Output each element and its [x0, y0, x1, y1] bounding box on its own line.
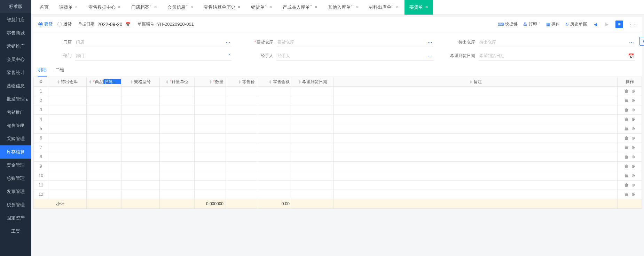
cell[interactable]: [195, 96, 226, 105]
sidebar-item-wholesale[interactable]: 批发管理▲: [0, 93, 31, 106]
cell[interactable]: [87, 134, 121, 143]
tab-零售结算单历史[interactable]: 零售结算单历史✕: [199, 0, 245, 15]
cell[interactable]: [48, 171, 87, 181]
cell[interactable]: [226, 96, 257, 105]
cell[interactable]: [160, 152, 195, 162]
cell[interactable]: [195, 134, 226, 143]
table-row[interactable]: 12🗑⊕: [34, 190, 642, 199]
cell[interactable]: [121, 105, 160, 115]
cell[interactable]: [160, 134, 195, 143]
cell[interactable]: [160, 87, 195, 96]
tab-detail[interactable]: 明细: [38, 67, 47, 77]
cell[interactable]: [87, 115, 121, 124]
print-button[interactable]: 🖶打印 ˅: [523, 21, 541, 27]
close-icon[interactable]: ✕: [118, 5, 121, 9]
cell[interactable]: [48, 96, 87, 105]
col-qty[interactable]: ▲▼*数量: [195, 77, 226, 87]
gear-icon[interactable]: ⚙: [39, 79, 43, 84]
prev-doc-button[interactable]: ◀: [592, 22, 598, 27]
delete-row-icon[interactable]: 🗑: [625, 183, 629, 187]
delete-row-icon[interactable]: 🗑: [625, 173, 629, 178]
cell[interactable]: [160, 162, 195, 171]
cell[interactable]: [257, 143, 292, 152]
expect-date-input[interactable]: [479, 51, 635, 61]
cell[interactable]: [334, 96, 618, 105]
cell[interactable]: [334, 181, 618, 190]
chevron-down-icon[interactable]: ˅: [228, 53, 231, 59]
sidebar-item-assets[interactable]: 固定资产: [0, 211, 31, 225]
cell[interactable]: [226, 124, 257, 134]
add-row-icon[interactable]: ⊕: [631, 126, 635, 131]
cell[interactable]: [160, 96, 195, 105]
close-icon[interactable]: ✕: [425, 5, 428, 9]
cell[interactable]: [48, 143, 87, 152]
close-icon[interactable]: ✕: [355, 5, 358, 9]
col-amount[interactable]: ▲▼零售金额: [257, 77, 292, 87]
cell[interactable]: [121, 152, 160, 162]
add-row-icon[interactable]: ⊕: [631, 117, 635, 122]
sidebar-item-marketing-2[interactable]: 营销推广: [0, 106, 31, 119]
cell[interactable]: [334, 124, 618, 134]
cell[interactable]: [160, 181, 195, 190]
next-doc-button[interactable]: ▶: [604, 22, 610, 27]
sidebar-item-tax[interactable]: 税务管理: [0, 198, 31, 211]
cell[interactable]: [334, 171, 618, 181]
delete-row-icon[interactable]: 🗑: [625, 98, 629, 103]
cell[interactable]: [195, 162, 226, 171]
table-row[interactable]: 3🗑⊕: [34, 105, 642, 115]
add-row-icon[interactable]: ⊕: [631, 154, 635, 159]
cell[interactable]: [334, 105, 618, 115]
sidebar-item-invoice[interactable]: 发票管理: [0, 185, 31, 198]
delete-row-icon[interactable]: 🗑: [625, 126, 629, 131]
table-row[interactable]: 10🗑⊕: [34, 171, 642, 181]
sidebar-item-ledger[interactable]: 总账管理: [0, 172, 31, 185]
cell[interactable]: [121, 134, 160, 143]
cell[interactable]: [226, 190, 257, 199]
col-expect-date[interactable]: ▲▼希望到货日期: [292, 77, 334, 87]
cell[interactable]: [226, 162, 257, 171]
tab-首页[interactable]: 首页: [35, 0, 54, 15]
cell[interactable]: [257, 87, 292, 96]
close-icon[interactable]: ✕: [269, 5, 272, 9]
cell[interactable]: [334, 152, 618, 162]
cell[interactable]: [121, 124, 160, 134]
handler-input[interactable]: [277, 51, 433, 61]
col-spec[interactable]: ▲▼规格型号: [121, 77, 160, 87]
cell[interactable]: [87, 143, 121, 152]
sidebar-item-smart-store[interactable]: 智慧门店: [0, 13, 31, 26]
cell[interactable]: [87, 181, 121, 190]
cell[interactable]: [292, 181, 334, 190]
cell[interactable]: [226, 171, 257, 181]
delete-row-icon[interactable]: 🗑: [625, 164, 629, 169]
tab-材料出库单[interactable]: 材料出库单 ˅✕: [364, 0, 404, 15]
close-icon[interactable]: ✕: [237, 5, 241, 9]
cell[interactable]: [195, 115, 226, 124]
sidebar-item-std[interactable]: 标准版: [0, 0, 31, 13]
history-button[interactable]: ↻历史单据: [565, 21, 587, 27]
tab-零售数据中心[interactable]: 零售数据中心✕: [84, 0, 126, 15]
sidebar-item-marketing[interactable]: 营销推广: [0, 40, 31, 53]
cell[interactable]: [48, 162, 87, 171]
table-row[interactable]: 1🗑⊕: [34, 87, 642, 96]
add-row-icon[interactable]: ⊕: [631, 164, 635, 169]
add-row-icon[interactable]: ⊕: [631, 145, 635, 150]
cell[interactable]: [292, 152, 334, 162]
cell[interactable]: [48, 124, 87, 134]
tab-门店档案[interactable]: 门店档案 ˅✕: [126, 0, 162, 15]
col-product[interactable]: ▲▼*商品扫码录入: [87, 77, 121, 87]
delete-row-icon[interactable]: 🗑: [625, 89, 629, 94]
delete-row-icon[interactable]: 🗑: [625, 154, 629, 159]
add-row-icon[interactable]: ⊕: [631, 89, 635, 94]
cell[interactable]: [87, 190, 121, 199]
dept-input[interactable]: [75, 51, 231, 61]
cell[interactable]: [195, 190, 226, 199]
cell[interactable]: [334, 143, 618, 152]
settings-button[interactable]: ⚙设置: [639, 37, 644, 46]
tab-调拨单[interactable]: 调拨单✕: [54, 0, 83, 15]
cell[interactable]: [87, 105, 121, 115]
table-row[interactable]: 5🗑⊕: [34, 124, 642, 134]
cell[interactable]: [257, 105, 292, 115]
delete-row-icon[interactable]: 🗑: [625, 107, 629, 112]
cell[interactable]: [292, 115, 334, 124]
close-icon[interactable]: ✕: [314, 5, 317, 9]
